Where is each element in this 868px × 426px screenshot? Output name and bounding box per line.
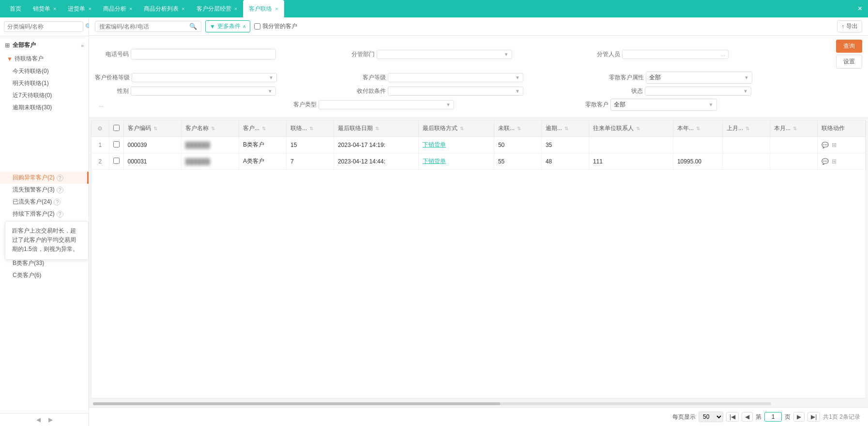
tab-sales-order[interactable]: 销货单 × — [27, 0, 62, 17]
row2-select-checkbox[interactable] — [113, 158, 120, 164]
overdue-sort-icon[interactable]: ⇅ — [564, 126, 568, 131]
per-page-select[interactable]: 50 20 100 200 — [699, 411, 723, 422]
export-button[interactable]: ↑ 导出 — [837, 20, 862, 32]
row2-action-icons: 💬 ⊞ — [822, 158, 861, 165]
this-month-sort-icon[interactable]: ⇅ — [793, 126, 797, 131]
row2-checkbox[interactable] — [109, 153, 123, 170]
filter-branch-dept-select[interactable]: ▼ — [377, 50, 512, 59]
sidebar-item-c-class[interactable]: C类客户(6) — [0, 269, 89, 281]
sidebar-search-area: 🔍 — [0, 17, 89, 36]
gender-chevron-icon: ▼ — [268, 88, 273, 94]
sidebar-item-7days[interactable]: 近7天待联络(0) — [0, 89, 89, 102]
row2-chat-icon[interactable]: 💬 — [822, 158, 829, 165]
last-month-sort-icon[interactable]: ⇅ — [746, 126, 749, 131]
tab-customer-contact[interactable]: 客户联络 × — [243, 0, 284, 17]
row1-last-contact-way[interactable]: 下销货单 — [419, 137, 494, 153]
row2-last-contact-way[interactable]: 下销货单 — [419, 153, 494, 170]
collapse-arrow[interactable]: » — [81, 43, 84, 48]
sidebar-item-already-lost[interactable]: 已流失客户(24) ? — [0, 196, 89, 208]
filter-payment-select[interactable]: ▼ — [388, 87, 523, 96]
filter-icon: ▼ — [210, 23, 215, 30]
row2-this-month — [770, 153, 817, 170]
window-close-button[interactable]: × — [858, 4, 862, 13]
row1-chat-icon[interactable]: 💬 — [822, 142, 829, 148]
scroll-thumb[interactable] — [93, 402, 500, 405]
horizontal-scrollbar[interactable] — [89, 400, 868, 407]
sidebar-bottom-right-icon[interactable]: ▶ — [48, 416, 53, 423]
sidebar-item-overdue[interactable]: 逾期未联络(30) — [0, 102, 89, 114]
more-conditions-button[interactable]: ▼ 更多条件 ∧ — [205, 20, 250, 32]
sidebar-bottom-left-icon[interactable]: ◀ — [36, 416, 41, 423]
scroll-track[interactable] — [93, 402, 771, 405]
filter-status: 状态 ▼ — [609, 87, 862, 96]
setting-button[interactable]: 设置 — [836, 55, 862, 69]
row1-checkbox[interactable] — [109, 137, 123, 153]
contact-count-sort-icon[interactable]: ⇅ — [309, 126, 313, 131]
tab-customer-segment[interactable]: 客户分层经营 × — [191, 0, 243, 17]
sidebar-all-customers[interactable]: ⊞ 全部客户 » — [0, 38, 89, 52]
search-input[interactable] — [99, 23, 189, 30]
filter-gender-select[interactable]: ▼ — [131, 87, 276, 96]
col-action: 联络动作 — [817, 120, 865, 137]
tab-purchase-order[interactable]: 进货单 × — [62, 0, 97, 17]
search-input-icon[interactable]: 🔍 — [189, 23, 197, 30]
row1-name: ██████ — [181, 137, 239, 153]
filter-customer-type-select[interactable]: ▼ — [319, 100, 454, 109]
table-settings-icon[interactable]: ⚙ — [97, 125, 103, 132]
customer-code-sort-icon[interactable]: ⇅ — [153, 126, 157, 131]
filter-customer-level-select[interactable]: ▼ — [388, 73, 523, 82]
next-page-button[interactable]: ▶ — [793, 412, 805, 422]
sidebar-item-declining[interactable]: 持续下滑客户(2) ? — [0, 208, 89, 220]
close-sales-order-tab[interactable]: × — [53, 6, 56, 12]
sidebar-item-repeat-buy-abnormal[interactable]: 回购异常客户(2) ? — [0, 172, 89, 184]
customer-name-sort-icon[interactable]: ⇅ — [211, 126, 215, 131]
first-page-button[interactable]: |◀ — [726, 412, 739, 422]
prev-page-button[interactable]: ◀ — [742, 412, 753, 422]
export-icon: ↑ — [841, 23, 844, 30]
filter-branch-person-select[interactable]: … — [622, 50, 729, 59]
row1-select-checkbox[interactable] — [113, 141, 120, 147]
col-last-contact-way: 最后联络方式 ⇅ — [419, 120, 494, 137]
tab-product-analysis[interactable]: 商品分析 × — [97, 0, 138, 17]
unit-contact-sort-icon[interactable]: ⇅ — [636, 126, 640, 131]
sidebar-pending-contact-group[interactable]: ▼ 待联络客户 — [0, 52, 89, 65]
my-customers-check-input[interactable] — [254, 23, 260, 29]
filter-customer-price-select[interactable]: ▼ — [132, 73, 277, 82]
sidebar-search-input[interactable] — [4, 21, 83, 32]
close-customer-contact-tab[interactable]: × — [275, 6, 278, 12]
tab-product-analysis-list[interactable]: 商品分析列表 × — [138, 0, 190, 17]
filter-row-1: 电话号码 分管部门 ▼ 分管人员 … — [95, 40, 862, 69]
last-contact-date-sort-icon[interactable]: ⇅ — [375, 126, 379, 131]
row1-grid-icon[interactable]: ⊞ — [832, 142, 837, 148]
select-all-checkbox[interactable] — [113, 125, 120, 131]
expand-icon: ⊞ — [5, 42, 10, 49]
sidebar-item-today[interactable]: 今天待联络(0) — [0, 65, 89, 77]
sidebar-item-lost-preview[interactable]: 流失预警客户(3) ? — [0, 184, 89, 196]
customer-price-chevron-icon: ▼ — [269, 75, 274, 80]
this-year-sort-icon[interactable]: ⇅ — [696, 126, 700, 131]
filter-status-select[interactable]: ▼ — [645, 87, 751, 96]
filter-retail-attr-select[interactable]: 全部 ▼ — [646, 72, 752, 84]
close-purchase-tab[interactable]: × — [88, 6, 91, 12]
sidebar-item-tomorrow[interactable]: 明天待联络(1) — [0, 77, 89, 89]
last-contact-way-sort-icon[interactable]: ⇅ — [460, 126, 464, 131]
query-button[interactable]: 查询 — [836, 40, 862, 53]
close-customer-segment-tab[interactable]: × — [234, 6, 237, 12]
filter-retail-customer-select[interactable]: 全部 ▼ — [610, 99, 717, 111]
search-box: 🔍 — [95, 21, 201, 32]
my-customers-checkbox[interactable]: 我分管的客户 — [254, 22, 297, 30]
customer-type-sort-icon[interactable]: ⇅ — [262, 126, 266, 131]
close-product-analysis-tab[interactable]: × — [129, 6, 132, 12]
row2-grid-icon[interactable]: ⊞ — [832, 158, 837, 165]
col-checkbox[interactable] — [109, 120, 123, 137]
filter-panel: 电话号码 分管部门 ▼ 分管人员 … — [89, 36, 868, 118]
last-page-button[interactable]: ▶| — [807, 412, 820, 422]
filter-payment: 收付款条件 ▼ — [352, 87, 605, 96]
row1-index: 1 — [91, 137, 109, 153]
close-product-list-tab[interactable]: × — [182, 6, 184, 12]
tab-home[interactable]: 首页 — [4, 0, 27, 17]
filter-ellipsis: ... — [95, 102, 107, 108]
filter-phone-input[interactable] — [131, 49, 276, 59]
unread-sort-icon[interactable]: ⇅ — [517, 126, 521, 131]
page-number-input[interactable] — [764, 412, 782, 422]
